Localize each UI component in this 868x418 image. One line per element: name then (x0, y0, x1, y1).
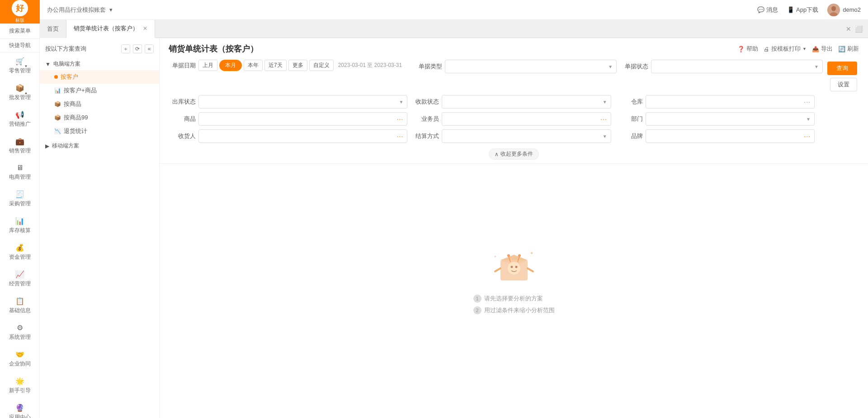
sidebar-item-purchase[interactable]: 🧾采购管理 (9, 185, 31, 212)
tab-sales-stats-close-icon[interactable]: ✕ (143, 25, 147, 32)
scheme-item-active-dot (54, 75, 58, 79)
export-button[interactable]: 📤 导出 (812, 45, 833, 53)
refresh-button[interactable]: 🔄 刷新 (838, 45, 859, 53)
date-btn-last-7days[interactable]: 近7天 (264, 60, 287, 71)
scheme-item-by-customer-goods[interactable]: 📊 按客户+商品 (40, 84, 159, 97)
sidebar-label-sales: 销售管理 (9, 147, 31, 155)
tab-sales-stats-label: 销货单统计表（按客户） (74, 24, 138, 33)
svg-line-13 (495, 268, 500, 271)
goods-dots-icon: ··· (397, 115, 404, 123)
sidebar-item-marketing[interactable]: 📢营销推广 (9, 106, 31, 133)
sidebar-item-inventory[interactable]: 📊库存核算 (9, 212, 31, 239)
doc-status-select[interactable]: ▼ (651, 60, 823, 73)
sidebar-item-retail[interactable]: 🛒零售管理 (9, 52, 31, 79)
tab-home[interactable]: 首页 (40, 20, 66, 38)
tabs-close-all-icon[interactable]: ✕ (846, 25, 851, 33)
tabs-maximize-icon[interactable]: ⬜ (855, 25, 863, 33)
quick-nav-label: 快捷导航 (0, 42, 39, 49)
user-profile-button[interactable]: demo2 (827, 4, 861, 16)
empty-text: 1 请先选择要分析的方案 2 用过滤条件来缩小分析范围 (473, 294, 555, 314)
collection-status-arrow-icon: ▼ (603, 100, 607, 104)
help-button[interactable]: ❓ 帮助 (737, 45, 758, 53)
scheme-item-by-customer-goods-icon: 📊 (54, 87, 61, 94)
brand-dots-icon: ··· (804, 133, 811, 140)
salesperson-select[interactable]: ··· (442, 112, 611, 126)
svg-point-10 (507, 254, 510, 257)
print-button[interactable]: 🖨 按模板打印 ▼ (764, 45, 807, 53)
print-label: 按模板打印 (771, 45, 801, 53)
sidebar-item-system[interactable]: ⚙系统管理 (9, 319, 31, 346)
collapse-button[interactable]: ∧ 收起更多条件 (489, 148, 539, 160)
receiver-label: 收货人 (169, 132, 196, 140)
print-icon: 🖨 (764, 46, 769, 52)
sidebar-icon-enterprise: 🤝 (15, 350, 24, 359)
scheme-item-by-goods[interactable]: 📦 按商品 (40, 97, 159, 111)
tip-num-2: 2 (473, 306, 481, 314)
department-arrow-icon: ▼ (806, 117, 811, 122)
svg-line-14 (528, 268, 533, 271)
out-status-select[interactable]: ▼ (198, 95, 407, 109)
page-header-actions: ❓ 帮助 🖨 按模板打印 ▼ 📤 导出 🔄 刷新 (737, 45, 859, 53)
date-btn-this-month[interactable]: 本月 (219, 60, 242, 71)
tab-sales-stats[interactable]: 销货单统计表（按客户） ✕ (66, 20, 155, 38)
settlement-select[interactable]: ▼ (442, 129, 611, 143)
svg-marker-4 (500, 255, 528, 260)
scheme-header-actions: ＋ ⟳ « (121, 44, 154, 53)
sidebar-item-newbie[interactable]: 🌟新手引导 (9, 372, 31, 399)
tip-2-label: 用过滤条件来缩小分析范围 (484, 306, 555, 314)
messages-button[interactable]: 💬 消息 (757, 6, 778, 14)
scheme-add-button[interactable]: ＋ (121, 44, 130, 53)
app-bar-dropdown-icon[interactable]: ▾ (109, 6, 113, 13)
warehouse-select[interactable]: ··· (646, 95, 815, 109)
sidebar-quick-nav[interactable]: 快捷导航 (0, 39, 39, 52)
sidebar-item-finance[interactable]: 💰资金管理 (9, 239, 31, 266)
date-btn-last-month[interactable]: 上月 (198, 60, 217, 71)
sidebar-item-operations[interactable]: 📈经营管理 (9, 266, 31, 292)
sidebar-label-marketing: 营销推广 (9, 120, 31, 128)
date-btn-more[interactable]: 更多 (288, 60, 307, 71)
collapse-arrow-icon: ∧ (495, 151, 499, 157)
sidebar-search[interactable]: 搜索菜单 (0, 24, 39, 39)
sidebar-item-ecommerce[interactable]: 🖥电商管理 (9, 159, 31, 185)
goods-select[interactable]: ··· (198, 112, 407, 126)
collection-status-label: 收款状态 (412, 98, 439, 106)
sidebar-item-appcenter[interactable]: 🔮应用中心 (9, 399, 31, 418)
sidebar-icon-ecommerce: 🖥 (16, 164, 24, 172)
sidebar-icon-inventory: 📊 (15, 217, 24, 225)
sidebar-item-sales[interactable]: 💼销售管理 (9, 133, 31, 159)
date-label: 单据日期 (169, 62, 196, 70)
collection-status-select[interactable]: ▼ (442, 95, 611, 109)
brand-select[interactable]: ··· (646, 129, 815, 143)
settings-button[interactable]: 设置 (830, 78, 857, 91)
app-download-button[interactable]: 📱 App下载 (787, 6, 818, 14)
top-header-right: 💬 消息 📱 App下载 demo2 (757, 4, 861, 16)
date-btn-custom[interactable]: 自定义 (309, 60, 334, 71)
doc-type-select[interactable]: ▼ (445, 60, 617, 73)
scheme-group-mobile-title[interactable]: ▶ 移动端方案 (40, 140, 159, 152)
settlement-arrow-icon: ▼ (603, 134, 607, 139)
empty-tip-2: 2 用过滤条件来缩小分析范围 (473, 306, 555, 314)
scheme-item-by-goods-99[interactable]: 📦 按商品99 (40, 111, 159, 124)
receiver-select[interactable]: ··· (198, 129, 407, 143)
page-content: 按以下方案查询 ＋ ⟳ « ▼ 电脑端方案 按客户 📊 (40, 38, 868, 418)
scheme-refresh-button[interactable]: ⟳ (133, 44, 142, 53)
sidebar-icon-marketing: 📢 (15, 110, 24, 119)
sidebar-label-basic: 基础信息 (9, 307, 31, 314)
scheme-collapse-button[interactable]: « (145, 44, 154, 53)
sidebar-item-wholesale[interactable]: 📦批发管理 (9, 79, 31, 106)
collapse-row: ∧ 收起更多条件 (169, 145, 859, 162)
username-label: demo2 (843, 6, 861, 13)
scheme-item-by-customer-goods-label: 按客户+商品 (64, 86, 97, 95)
sidebar-item-enterprise[interactable]: 🤝企业协同 (9, 346, 31, 372)
date-btn-this-year[interactable]: 本年 (244, 60, 263, 71)
sidebar-item-basic[interactable]: 📋基础信息 (9, 292, 31, 319)
help-icon: ❓ (737, 46, 745, 52)
scheme-item-refund-stats[interactable]: 📉 退货统计 (40, 124, 159, 138)
doc-status-arrow-icon: ▼ (814, 64, 819, 69)
page-title: 销货单统计表（按客户） (169, 43, 258, 54)
department-select[interactable]: ▼ (646, 112, 815, 126)
scheme-group-desktop-title[interactable]: ▼ 电脑端方案 (40, 58, 159, 70)
sidebar-label-retail: 零售管理 (9, 67, 31, 75)
query-button[interactable]: 查询 (827, 62, 857, 75)
scheme-item-by-customer[interactable]: 按客户 (40, 70, 159, 84)
